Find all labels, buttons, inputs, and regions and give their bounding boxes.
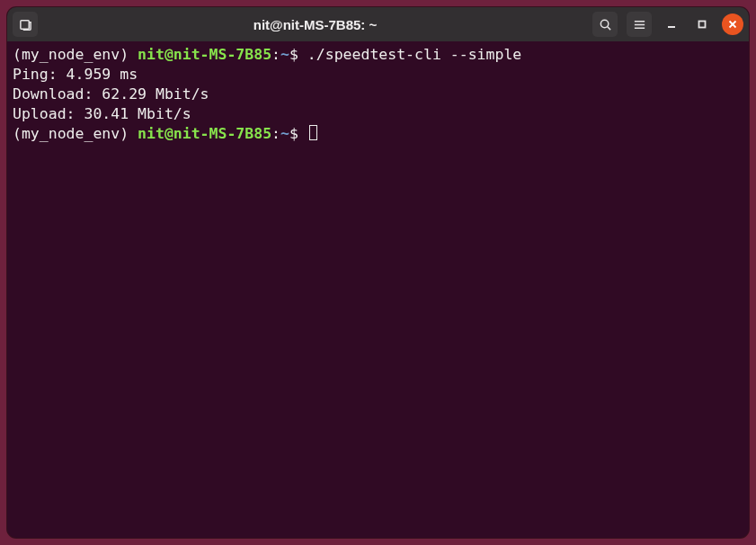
close-icon [728,20,737,29]
svg-rect-0 [20,20,28,28]
maximize-button[interactable] [691,13,713,35]
titlebar-left [13,12,38,37]
new-tab-button[interactable] [13,12,38,37]
menu-button[interactable] [627,12,652,37]
terminal-body[interactable]: (my_node_env) nit@nit-MS-7B85:~$ ./speed… [7,41,749,538]
new-tab-icon [19,18,32,31]
output-ping: Ping: 4.959 ms [13,65,743,85]
prompt-line-2: (my_node_env) nit@nit-MS-7B85:~$ [13,124,743,144]
svg-point-1 [600,20,608,27]
user-host: nit@nit-MS-7B85 [138,125,271,142]
prompt-line-1: (my_node_env) nit@nit-MS-7B85:~$ ./speed… [13,45,743,65]
prompt-symbol: $ [289,125,307,142]
maximize-icon [698,20,707,29]
window-title: nit@nit-MS-7B85: ~ [43,17,587,32]
colon: : [271,125,280,142]
titlebar-right [592,12,743,37]
titlebar: nit@nit-MS-7B85: ~ [7,7,749,41]
minimize-icon [667,20,676,29]
search-icon [599,18,612,31]
cwd-path: ~ [280,46,289,63]
terminal-window: nit@nit-MS-7B85: ~ [7,7,749,538]
output-upload: Upload: 30.41 Mbit/s [13,104,743,124]
search-button[interactable] [592,12,618,37]
prompt-symbol: $ [289,46,307,63]
minimize-button[interactable] [661,13,682,35]
colon: : [271,46,280,63]
svg-line-2 [607,26,609,29]
hamburger-icon [633,18,646,31]
cursor [309,125,317,140]
output-download: Download: 62.29 Mbit/s [13,85,743,104]
svg-rect-7 [699,22,706,28]
virtualenv-label: (my_node_env) [13,125,138,142]
user-host: nit@nit-MS-7B85 [138,46,271,63]
command-text: ./speedtest-cli --simple [307,46,521,63]
virtualenv-label: (my_node_env) [13,46,138,63]
cwd-path: ~ [280,125,289,142]
close-button[interactable] [722,13,743,35]
